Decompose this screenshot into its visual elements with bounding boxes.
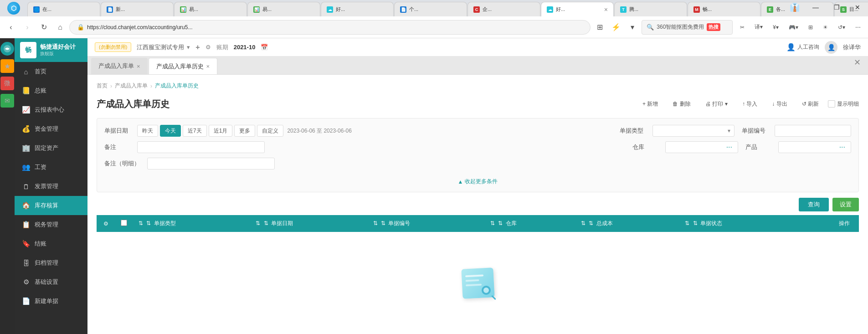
date-btn-yesterday[interactable]: 昨天 bbox=[137, 125, 158, 137]
date-btn-today[interactable]: 今天 bbox=[160, 125, 181, 137]
tab-t5[interactable]: ☁ 好... bbox=[321, 2, 394, 16]
sidebar-item-inventory[interactable]: 🏠 库存核算 bbox=[15, 196, 87, 215]
data-table: ⚙ ⇅ 单据类型 ⇅ 单据日期 bbox=[97, 215, 859, 232]
sidebar-item-tax[interactable]: 📋 税务管理 bbox=[15, 215, 87, 234]
warehouse-select[interactable]: ··· bbox=[665, 141, 738, 153]
export-button[interactable]: ↓ 导出 bbox=[766, 97, 792, 111]
user-service-button[interactable]: 👤 人工咨询 bbox=[786, 43, 819, 51]
tab-t2[interactable]: 📄 新... bbox=[101, 2, 174, 16]
breadcrumb-home[interactable]: 首页 bbox=[97, 82, 108, 90]
chanjet-icon[interactable] bbox=[0, 42, 14, 56]
tab-t6[interactable]: 📄 个... bbox=[394, 2, 467, 16]
table-col-date[interactable]: ⇅ 单据日期 bbox=[250, 215, 367, 232]
import-button[interactable]: ↑ 导入 bbox=[737, 97, 763, 111]
remark-detail-input[interactable] bbox=[147, 158, 275, 170]
voucher-no-input[interactable] bbox=[775, 125, 851, 137]
display-checkbox[interactable] bbox=[828, 100, 835, 108]
more-toolbar-btn[interactable]: ⋯ bbox=[852, 20, 864, 35]
date-btn-1month[interactable]: 近1月 bbox=[209, 125, 233, 137]
tab-voucher-history[interactable]: 产成品入库单历史 × bbox=[149, 58, 218, 74]
sidebar-weibo-btn[interactable]: 微 bbox=[0, 77, 14, 90]
sidebar-item-assets[interactable]: 🏢 固定资产 bbox=[15, 139, 87, 158]
sun-toolbar-btn[interactable]: ☀ bbox=[819, 20, 832, 35]
rmb-toolbar-btn[interactable]: ¥▾ bbox=[769, 20, 782, 35]
dropdown-button[interactable]: ▾ bbox=[625, 20, 640, 35]
grid-toolbar-btn[interactable]: ⊞ bbox=[805, 20, 817, 35]
home-button[interactable]: ⌂ bbox=[53, 20, 67, 35]
tab-t10[interactable]: M 畅... bbox=[688, 2, 760, 16]
product-select[interactable]: ··· bbox=[778, 141, 851, 153]
company-selector[interactable]: 江西服宝测试专用 ▾ bbox=[137, 43, 190, 51]
select-all-checkbox[interactable] bbox=[121, 220, 127, 226]
sidebar-item-reports[interactable]: 📈 云报表中心 bbox=[15, 100, 87, 119]
sidebar-item-home[interactable]: ⌂ 首页 bbox=[15, 62, 87, 81]
sidebar-star-btn[interactable]: ★ bbox=[0, 59, 14, 73]
tab-voucher-list-close[interactable]: × bbox=[137, 63, 140, 70]
table-col-no[interactable]: ⇅ 单据编号 bbox=[368, 215, 485, 232]
company-settings-button[interactable]: ⚙ bbox=[205, 44, 211, 51]
table-col-check[interactable] bbox=[115, 215, 133, 232]
sidebar-item-ledger[interactable]: 📒 总账 bbox=[15, 81, 87, 100]
tab-close-t8[interactable]: × bbox=[604, 6, 608, 13]
breadcrumb-current: 产成品入库单历史 bbox=[155, 82, 199, 90]
collapse-more-button[interactable]: ▲ 收起更多条件 bbox=[458, 178, 498, 185]
new-button[interactable]: + 新增 bbox=[637, 97, 663, 111]
tab-t4[interactable]: 📊 易... bbox=[247, 2, 320, 16]
window-shirt-icon[interactable]: 👔 bbox=[784, 0, 805, 15]
refresh-button[interactable]: ↻ bbox=[36, 20, 51, 35]
voucher-type-select[interactable]: ▾ bbox=[652, 125, 734, 137]
sidebar-item-payroll[interactable]: 👥 工资 bbox=[15, 158, 87, 177]
sidebar-item-newdoc[interactable]: 📄 新建单据 bbox=[15, 292, 87, 311]
tab-voucher-history-close[interactable]: × bbox=[206, 63, 210, 70]
address-input[interactable]: 🔒 https://cloud.chanjet.com/accounting/u… bbox=[69, 20, 591, 35]
translate-toolbar-btn[interactable]: 译▾ bbox=[751, 20, 766, 35]
lightning-button[interactable]: ⚡ bbox=[609, 20, 623, 35]
table-col-type[interactable]: ⇅ 单据类型 bbox=[133, 215, 250, 232]
tab-t9[interactable]: T 腾... bbox=[614, 2, 687, 16]
calendar-icon[interactable]: 📅 bbox=[261, 44, 268, 51]
tab-t8[interactable]: ☁ 好... × bbox=[541, 2, 614, 16]
print-dropdown-button[interactable]: 🖨 打印 ▾ bbox=[700, 97, 733, 111]
table-col-warehouse[interactable]: ⇅ 仓库 bbox=[485, 215, 575, 232]
sidebar-item-basic[interactable]: ⚙ 基础设置 bbox=[15, 272, 87, 292]
add-company-button[interactable]: + bbox=[195, 43, 200, 51]
tab-t1[interactable]: 🌐 在... bbox=[27, 2, 100, 16]
window-close-button[interactable]: ✕ bbox=[847, 0, 868, 15]
back-button[interactable]: ‹ bbox=[4, 20, 18, 35]
remark-input[interactable] bbox=[137, 141, 265, 153]
page-actions: + 新增 🗑 删除 🖨 打印 ▾ ↑ 导入 ↓ 导出 ↺ 刷新 显示明细 bbox=[637, 97, 859, 111]
panel-close-button[interactable]: ✕ bbox=[854, 58, 861, 67]
browser-logo[interactable]: ⬡ bbox=[7, 2, 20, 15]
date-btn-more[interactable]: 更多 bbox=[234, 125, 255, 137]
settings-button[interactable]: 设置 bbox=[832, 198, 859, 211]
sidebar-header[interactable]: 畅 畅捷通好会计 旗舰版 bbox=[15, 38, 87, 62]
table-col-gear[interactable]: ⚙ bbox=[97, 215, 115, 232]
table-col-cost[interactable]: ⇅ 总成本 bbox=[575, 215, 679, 232]
sidebar-mail-btn[interactable]: ✉ bbox=[0, 94, 14, 108]
sidebar-item-settle[interactable]: 🔖 结账 bbox=[15, 234, 87, 253]
table-col-status[interactable]: ⇅ 单据状态 bbox=[679, 215, 796, 232]
query-button[interactable]: 查询 bbox=[799, 198, 829, 211]
search-bar[interactable]: 🔍 360智能抠图免费用 热搜 bbox=[642, 20, 733, 35]
game-toolbar-btn[interactable]: 🎮▾ bbox=[785, 20, 802, 35]
breadcrumb-voucher-list[interactable]: 产成品入库单 bbox=[115, 82, 148, 90]
tab-t7[interactable]: C 企... bbox=[467, 2, 540, 16]
scissors-toolbar-btn[interactable]: ✂ bbox=[736, 20, 748, 35]
delete-button[interactable]: 🗑 删除 bbox=[667, 97, 696, 111]
undo-toolbar-btn[interactable]: ↺▾ bbox=[834, 20, 849, 35]
tab-voucher-list[interactable]: 产成品入库单 × bbox=[91, 58, 148, 74]
forward-button[interactable]: › bbox=[20, 20, 35, 35]
display-toggle[interactable]: 显示明细 bbox=[828, 100, 859, 108]
date-btn-custom[interactable]: 自定义 bbox=[257, 125, 283, 137]
extensions-button[interactable]: ⊞ bbox=[592, 20, 607, 35]
refresh-button-page[interactable]: ↺ 刷新 bbox=[796, 97, 824, 111]
tab-t3[interactable]: 📊 易... bbox=[174, 2, 247, 16]
date-btn-7days[interactable]: 近7天 bbox=[183, 125, 207, 137]
window-restore-button[interactable]: ❐ bbox=[826, 0, 847, 15]
table-gear-icon[interactable]: ⚙ bbox=[103, 221, 108, 227]
user-avatar[interactable]: 👤 bbox=[825, 41, 837, 54]
sidebar-item-archive[interactable]: 🗄 归档管理 bbox=[15, 253, 87, 272]
window-minimize-button[interactable]: — bbox=[805, 0, 826, 15]
sidebar-item-funds[interactable]: 💰 资金管理 bbox=[15, 119, 87, 139]
sidebar-item-invoice[interactable]: 🗒 发票管理 bbox=[15, 177, 87, 196]
